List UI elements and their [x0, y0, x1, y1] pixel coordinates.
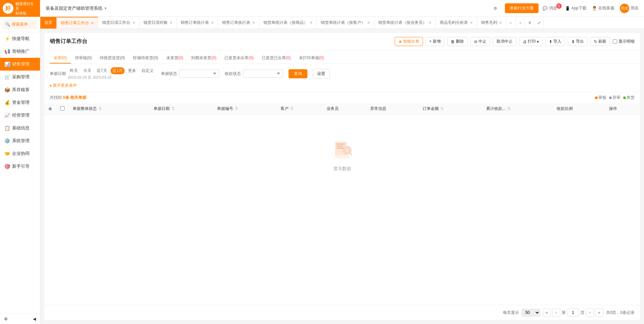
sort-status-icon[interactable]: ⇅	[98, 106, 102, 111]
date-shortcut-more[interactable]: 更多	[126, 67, 138, 74]
export-button[interactable]: ⬇ 导出	[568, 37, 588, 46]
prev-page-button[interactable]: ‹	[552, 309, 560, 317]
quick-ship-button[interactable]: 发货	[623, 95, 635, 100]
sub-tab-shipped-out[interactable]: 已发货已出库(0)	[258, 53, 295, 64]
sidebar-item-purchase[interactable]: 🛒 采购管理	[0, 71, 40, 83]
tab-close-product-profit[interactable]: ✕	[470, 21, 473, 25]
date-shortcut-yesterday[interactable]: 昨天	[68, 67, 80, 74]
sort-number-icon[interactable]: ⇅	[235, 106, 238, 111]
tab-sales-workbench[interactable]: 销售订单工作台 ✕	[57, 17, 98, 29]
sidebar-item-system[interactable]: ⚙️ 系统管理	[0, 134, 40, 147]
smart-generate-button[interactable]: ★ 智能生单	[395, 37, 423, 46]
online-service-button[interactable]: 👨‍💼 在线客服	[592, 5, 614, 11]
settings-bottom-icon: ⚙	[4, 317, 8, 321]
app-download-button[interactable]: 📱 App下载	[565, 5, 587, 11]
system-dropdown-icon[interactable]: ▾	[104, 6, 107, 11]
next-page-button[interactable]: ›	[586, 309, 594, 317]
tab-sales-exec[interactable]: 销售订单执行表 ✕	[218, 17, 259, 29]
date-shortcut-custom[interactable]: 自定义	[139, 67, 156, 74]
page-size-select[interactable]: 50 10 20 100	[522, 309, 540, 316]
tab-close-sales-exec[interactable]: ✕	[252, 21, 255, 25]
set-button[interactable]: 设置	[313, 69, 330, 79]
add-button[interactable]: + 新增	[426, 37, 444, 46]
date-shortcut-1month[interactable]: 近1月	[111, 67, 125, 74]
cancel-stop-button[interactable]: 取消中止	[493, 37, 516, 46]
page-number-input[interactable]	[567, 309, 579, 317]
date-shortcut-today[interactable]: 今天	[81, 67, 93, 74]
first-page-button[interactable]: «	[543, 309, 551, 317]
sidebar-settings-btn[interactable]: ⚙	[4, 317, 8, 321]
date-shortcut-7days[interactable]: 近7天	[95, 67, 109, 74]
sort-amount-icon[interactable]: ⇅	[440, 106, 444, 111]
sidebar-item-sales[interactable]: 📊 销售管理	[0, 58, 40, 71]
sidebar-item-guide[interactable]: 🎯 新手引导	[0, 160, 40, 173]
quick-cancel-review-button[interactable]: 弃审	[609, 95, 620, 100]
tab-close-sales-monthly-customer[interactable]: ✕	[367, 21, 370, 25]
topbar-settings-icon[interactable]: ⚙	[490, 3, 501, 14]
tab-cash-reconcile[interactable]: 钱货日清对账 ✕	[139, 17, 177, 29]
user-avatar-area[interactable]: 用友 用友	[620, 4, 639, 13]
col-checkbox[interactable]	[56, 103, 69, 115]
tab-close-sales-monthly-staff[interactable]: ✕	[429, 21, 431, 25]
sort-date-icon[interactable]: ⇅	[171, 106, 175, 111]
show-detail-checkbox[interactable]: 显示明细	[613, 39, 635, 44]
sub-tab-not-shipped[interactable]: 未发货(0)	[162, 53, 187, 64]
sidebar-item-inventory[interactable]: 📦 库存核算	[0, 83, 40, 96]
tab-sales-monthly-customer[interactable]: 销货单统计表（按客户） ✕	[317, 17, 374, 29]
sidebar-item-finance[interactable]: 💰 资金管理	[0, 96, 40, 109]
message-button[interactable]: 💬 消息 6	[543, 5, 560, 11]
sub-tab-shipped-not-out[interactable]: 已发货未出库(0)	[220, 53, 258, 64]
tab-sales-profit[interactable]: 销售毛利 ✕	[477, 17, 506, 29]
sub-tab-all[interactable]: 全部(0)	[50, 53, 71, 64]
sidebar-item-marketing[interactable]: 📢 营销推广	[0, 45, 40, 58]
col-received: 累计收款... ⇅	[482, 103, 553, 115]
tab-sales-monthly-staff[interactable]: 销货单统计表（按业务员） ✕	[374, 17, 436, 29]
status-select[interactable]	[179, 70, 219, 78]
sidebar-item-quick-nav[interactable]: ⚡ 快捷导航	[0, 32, 40, 45]
tab-close-sales-monthly-product[interactable]: ✕	[310, 21, 312, 25]
payment-select[interactable]	[243, 70, 283, 78]
tab-close-cash-reconcile[interactable]: ✕	[170, 21, 172, 25]
col-status: 单据整体状态 ⇅	[69, 103, 149, 115]
refresh-button[interactable]: ↻ 刷新	[590, 37, 610, 46]
tab-prev-button[interactable]: ‹	[506, 17, 516, 29]
query-button[interactable]: 查询	[289, 69, 307, 78]
stop-button[interactable]: ⊘ 中止	[470, 37, 490, 46]
show-detail-input[interactable]	[613, 39, 617, 44]
tab-close-sales-stat[interactable]: ✕	[211, 21, 214, 25]
tab-close-cash-clear[interactable]: ✕	[132, 21, 135, 25]
sub-tab-pending-inspect[interactable]: 待拣货送货(0)	[96, 53, 129, 64]
tab-close-sales-workbench[interactable]: ✕	[91, 21, 94, 25]
delete-button[interactable]: 🗑 删除	[447, 37, 468, 46]
tab-expand-button[interactable]: ⤢	[534, 17, 544, 29]
sub-tab-pending-review[interactable]: 待审核(0)	[71, 53, 96, 64]
expand-filter-button[interactable]: ▾ 展开更多条件	[50, 83, 635, 88]
sub-tab-expired-not-shipped[interactable]: 到期未发货(0)	[187, 53, 220, 64]
print-button[interactable]: 🖨 打印 ▾	[519, 37, 543, 46]
sort-received-icon[interactable]: ⇅	[507, 106, 511, 111]
guide-icon: 🎯	[4, 163, 10, 169]
sidebar-item-basic[interactable]: 📋 基础信息	[0, 122, 40, 134]
select-all-checkbox[interactable]	[60, 106, 65, 111]
tab-close-sales-profit[interactable]: ✕	[499, 21, 502, 25]
tab-sales-monthly-product[interactable]: 销货单统计表（按商品） ✕	[259, 17, 317, 29]
sub-tab-not-printed[interactable]: 未打印单据(0)	[295, 53, 328, 64]
table-count-text: 共找到 0条 相关单据	[50, 95, 86, 100]
tab-product-profit[interactable]: 商品毛利分析表 ✕	[436, 17, 477, 29]
quick-review-button[interactable]: 审核	[595, 95, 606, 100]
import-button[interactable]: ⬆ 导入	[545, 37, 565, 46]
last-page-button[interactable]: »	[595, 309, 603, 317]
sidebar-item-operation[interactable]: 📈 经营管理	[0, 109, 40, 122]
sub-tab-wangpu-pending-ship[interactable]: 旺铺待发货(0)	[129, 53, 162, 64]
solution-button[interactable]: 体验行业方案	[505, 3, 539, 13]
sidebar-item-enterprise[interactable]: 🤝 企业协同	[0, 147, 40, 160]
col-settings[interactable]: ⚙	[44, 103, 56, 115]
sort-customer-icon[interactable]: ⇅	[290, 106, 294, 111]
tab-home[interactable]: 首页	[40, 17, 57, 29]
tab-sales-stat[interactable]: 销售订单统计表 ✕	[177, 17, 218, 29]
tab-close-all-button[interactable]: ✕	[525, 17, 534, 29]
tab-next-button[interactable]: ›	[516, 17, 525, 29]
tab-cash-clear[interactable]: 钱货日清工作台 ✕	[98, 17, 139, 29]
sidebar-collapse-btn[interactable]: ◀	[33, 317, 36, 321]
search-menu-button[interactable]: 🔍 搜索菜单	[3, 19, 37, 29]
